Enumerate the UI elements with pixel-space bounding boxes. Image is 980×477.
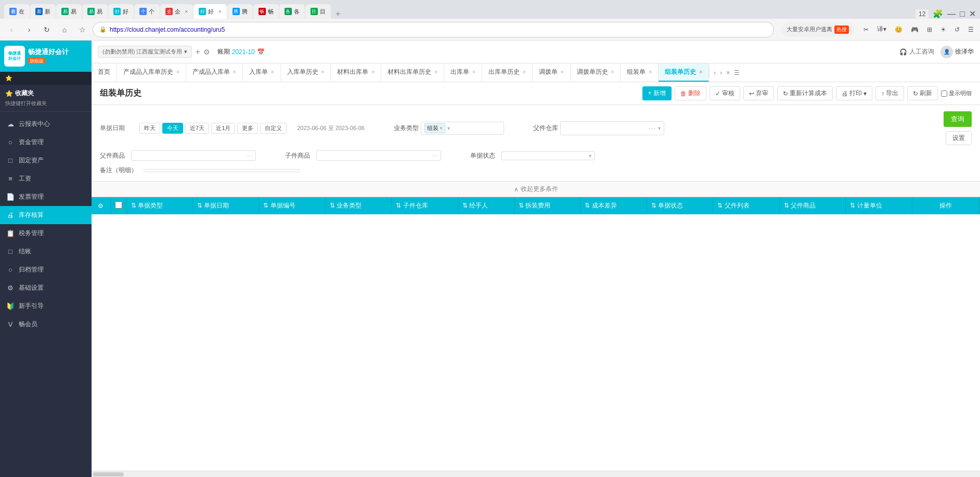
new-tab-button[interactable]: +: [331, 9, 344, 19]
sidebar-item-inventory[interactable]: 🖨 库存核算: [0, 206, 92, 224]
scrollbar-thumb[interactable]: [93, 472, 124, 476]
abandon-button[interactable]: ↩ 弃审: [743, 86, 774, 100]
week-btn[interactable]: 近7天: [185, 123, 209, 134]
sidebar-item-tax[interactable]: 📋 税务管理: [0, 224, 92, 242]
browser-tab-7[interactable]: 企 企 ×: [160, 4, 193, 19]
yesterday-btn[interactable]: 昨天: [139, 123, 160, 134]
print-button[interactable]: 🖨 打印 ▾: [836, 86, 872, 100]
nav-tabs-left-arrow[interactable]: ‹: [712, 68, 718, 78]
sidebar-item-payroll[interactable]: ≡ 工资: [0, 170, 92, 188]
emoji-icon[interactable]: 😊: [893, 25, 905, 34]
nav-tab-out-hist-close[interactable]: ×: [523, 69, 526, 75]
select-all-checkbox[interactable]: [115, 201, 122, 209]
home-browser-button[interactable]: ⌂: [57, 22, 72, 37]
undo-icon[interactable]: ↺: [952, 25, 962, 34]
address-bar[interactable]: 🔒 https://cloud.chanjet.com/accounting/u…: [93, 22, 774, 37]
nav-tab-assemble-hist-close[interactable]: ×: [699, 69, 702, 75]
add-button[interactable]: + 新增: [642, 86, 672, 100]
nav-tab-prod-in-hist[interactable]: 产成品入库单历史 ×: [117, 63, 186, 82]
nav-tab-in-order-close[interactable]: ×: [271, 69, 274, 75]
nav-tab-prod-in[interactable]: 产成品入库单 ×: [186, 63, 243, 82]
add-company-icon[interactable]: +: [195, 47, 200, 57]
back-button[interactable]: ‹: [4, 22, 19, 37]
status-dropdown-icon[interactable]: ▾: [589, 153, 591, 159]
browser-tab-9[interactable]: 腾 腾: [227, 4, 253, 19]
delete-button[interactable]: 🗑 删除: [675, 86, 706, 100]
nav-tab-in-hist-close[interactable]: ×: [321, 69, 325, 75]
nav-tab-transfer-hist[interactable]: 调拨单历史 ×: [571, 63, 621, 82]
month-btn[interactable]: 近1月: [211, 123, 235, 134]
nav-tab-in-hist[interactable]: 入库单历史 ×: [281, 63, 331, 82]
nav-tab-prod-in-close[interactable]: ×: [233, 69, 236, 75]
recalc-button[interactable]: ↻ 重新计算成本: [777, 86, 833, 100]
audit-button[interactable]: ✓ 审核: [710, 86, 740, 100]
sidebar-item-guide[interactable]: 🔰 新手引导: [0, 297, 92, 315]
menu-icon[interactable]: ☰: [966, 25, 976, 34]
sidebar-item-funds[interactable]: ○ 资金管理: [0, 133, 92, 151]
sidebar-item-invoice[interactable]: 📄 发票管理: [0, 188, 92, 206]
browser-tab-8[interactable]: 好 好 ×: [194, 4, 226, 19]
col-bill-date-header[interactable]: ⇅ 单据日期: [192, 197, 259, 214]
help-button[interactable]: 🎧 人工咨询: [899, 47, 934, 56]
close-window-button[interactable]: ✕: [969, 9, 976, 19]
horizontal-scrollbar[interactable]: [92, 471, 980, 477]
browser-tab-6[interactable]: 个 个: [134, 4, 160, 19]
browser-tab-10[interactable]: 畅 畅: [253, 4, 279, 19]
search-box[interactable]: 大量安卓用户逃离 热搜: [781, 22, 854, 37]
refresh-browser-button[interactable]: ↻: [40, 22, 54, 37]
period-value[interactable]: 2021-10: [232, 48, 255, 56]
browser-tab-4[interactable]: 易 易: [82, 4, 108, 19]
col-parent-list-header[interactable]: ⇅ 父件列表: [713, 197, 779, 214]
nav-tab-home[interactable]: 首页: [92, 63, 117, 82]
more-btn[interactable]: 更多: [237, 123, 258, 134]
col-bill-no-header[interactable]: ⇅ 单据编号: [259, 197, 325, 214]
minimize-button[interactable]: —: [947, 9, 956, 19]
nav-tabs-right-arrow[interactable]: ›: [718, 68, 724, 78]
today-btn[interactable]: 今天: [162, 123, 183, 134]
user-info[interactable]: 👤 徐泽华: [940, 46, 974, 58]
nav-tab-in-order[interactable]: 入库单 ×: [243, 63, 281, 82]
col-checkbox-header[interactable]: [110, 197, 126, 214]
biz-type-input[interactable]: 组装 × ▾: [421, 122, 504, 135]
nav-tabs-close-all[interactable]: ×: [724, 68, 732, 78]
sidebar-item-reports[interactable]: ☁ 云报表中心: [0, 115, 92, 133]
settings-gear-icon[interactable]: ⚙: [203, 48, 210, 56]
brightness-icon[interactable]: ☀: [938, 25, 948, 34]
forward-button[interactable]: ›: [22, 22, 36, 37]
nav-tab-transfer-hist-close[interactable]: ×: [611, 69, 614, 75]
nav-tab-mat-out-hist[interactable]: 材料出库单历史 ×: [381, 63, 444, 82]
calendar-icon[interactable]: 📅: [257, 48, 265, 56]
col-child-warehouse-header[interactable]: ⇅ 子件仓库: [392, 197, 458, 214]
browser-tab-1[interactable]: 在 在: [4, 4, 30, 19]
biz-type-tag-close[interactable]: ×: [440, 125, 443, 131]
status-input[interactable]: ▾: [501, 151, 595, 160]
sidebar-item-settle[interactable]: □ 结账: [0, 242, 92, 261]
nav-tab-transfer-close[interactable]: ×: [561, 69, 564, 75]
nav-tabs-menu[interactable]: ☰: [732, 68, 742, 78]
nav-tab-mat-out[interactable]: 材料出库单 ×: [331, 63, 381, 82]
parent-goods-input[interactable]: ···: [131, 150, 256, 161]
sidebar-item-archive[interactable]: ○ 归档管理: [0, 261, 92, 279]
nav-tab-mat-out-close[interactable]: ×: [371, 69, 375, 75]
filter-settings-button[interactable]: 设置: [946, 131, 972, 145]
browser-tab-3[interactable]: 易 易: [56, 4, 82, 19]
extensions-icon[interactable]: 🧩: [933, 9, 943, 19]
translate-icon[interactable]: 译▾: [875, 24, 888, 35]
sidebar-item-assets[interactable]: □ 固定资产: [0, 151, 92, 170]
custom-btn[interactable]: 自定义: [260, 123, 287, 134]
nav-tab-prod-in-hist-close[interactable]: ×: [176, 69, 179, 75]
grid-icon[interactable]: ⊞: [925, 25, 934, 34]
export-button[interactable]: ↑ 导出: [875, 86, 904, 100]
maximize-button[interactable]: □: [960, 9, 965, 19]
nav-tab-out-hist[interactable]: 出库单历史 ×: [482, 63, 533, 82]
parent-warehouse-dropdown-icon[interactable]: ▾: [658, 125, 661, 131]
browser-tab-2[interactable]: 新 新: [30, 4, 56, 19]
query-button[interactable]: 查询: [944, 111, 972, 127]
scissors-icon[interactable]: ✂: [861, 25, 871, 34]
col-disassemble-fee-header[interactable]: ⇅ 拆装费用: [514, 197, 580, 214]
col-parent-goods-header[interactable]: ⇅ 父件商品: [779, 197, 845, 214]
col-settings-header[interactable]: ⚙: [92, 197, 110, 214]
nav-tab-assemble-hist[interactable]: 组装单历史 ×: [659, 63, 709, 82]
col-unit-header[interactable]: ⇅ 计量单位: [846, 197, 912, 214]
collapse-bar[interactable]: ∧ 收起更多条件: [92, 182, 980, 197]
